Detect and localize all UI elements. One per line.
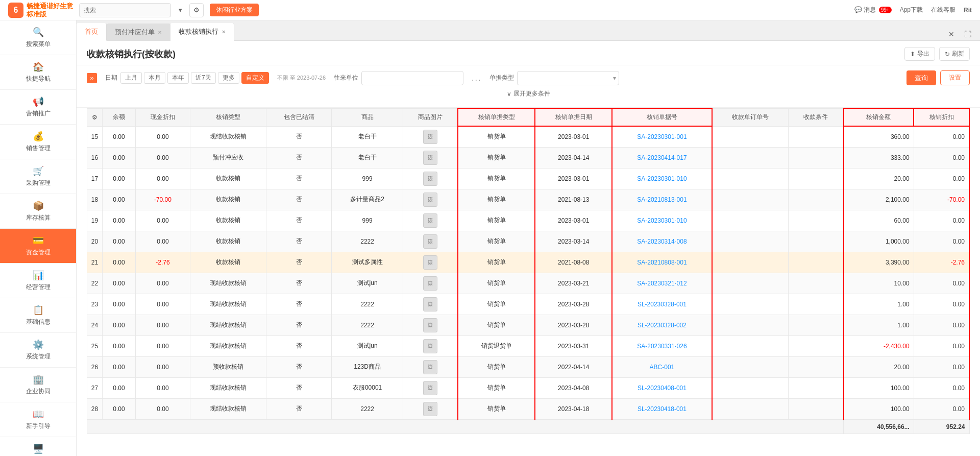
table-cell: 否 xyxy=(266,147,332,168)
tab-prepay-close[interactable]: ✕ xyxy=(158,30,162,35)
bill-no-link[interactable]: SA-20230414-017 xyxy=(637,154,687,161)
table-cell: 销货单 xyxy=(458,210,535,231)
th-order-no: 收款单订单号 xyxy=(712,108,789,126)
sidebar-item-guide[interactable]: 📖 新手引导 xyxy=(0,402,76,437)
table-cell[interactable]: SA-20210813-001 xyxy=(612,189,712,210)
sidebar-label-search: 搜索菜单 xyxy=(26,40,51,49)
date-this-month-btn[interactable]: 本月 xyxy=(144,72,165,84)
date-custom-btn[interactable]: 自定义 xyxy=(241,72,269,84)
sidebar-item-system[interactable]: ⚙️ 系统管理 xyxy=(0,333,76,368)
table-cell[interactable]: SA-20230301-010 xyxy=(612,168,712,189)
table-cell xyxy=(789,168,844,189)
search-input[interactable] xyxy=(79,3,171,17)
partner-input[interactable] xyxy=(361,71,463,85)
page-title: 收款核销执行(按收款) xyxy=(87,48,176,60)
app-download-link[interactable]: App下载 xyxy=(900,6,923,14)
bill-no-link[interactable]: SA-20230301-010 xyxy=(637,217,687,224)
table-cell: 100.00 xyxy=(844,398,914,420)
sidebar-item-hardware[interactable]: 🖥️ 智能硬件 xyxy=(0,437,76,456)
bill-no-link[interactable]: SA-20230301-010 xyxy=(637,175,687,182)
bill-no-link[interactable]: SA-20210808-001 xyxy=(637,259,687,266)
user-name[interactable]: Rit xyxy=(964,7,972,14)
date-last-month-btn[interactable]: 上月 xyxy=(120,72,142,84)
table-cell[interactable]: SA-20230414-017 xyxy=(612,147,712,168)
sidebar-item-finance[interactable]: 💳 资金管理 xyxy=(0,229,76,263)
table-cell: 多计量商品2 xyxy=(332,189,403,210)
table-cell: 28 xyxy=(87,398,103,420)
industry-solution-button[interactable]: 休闲行业方案 xyxy=(210,4,259,16)
table-cell[interactable]: SA-20210808-001 xyxy=(612,252,712,273)
sidebar-item-shortcut[interactable]: 🏠 快捷导航 xyxy=(0,55,76,90)
filter-collapse-btn[interactable]: » xyxy=(87,73,97,83)
expand-more-btn[interactable]: ∨ 展开更多条件 xyxy=(503,87,554,100)
sidebar-item-basic[interactable]: 📋 基础信息 xyxy=(0,298,76,333)
close-window-icon[interactable]: ✕ xyxy=(945,28,958,40)
table-cell[interactable]: SL-20230418-001 xyxy=(612,398,712,420)
table-area[interactable]: ⚙ 余额 现金折扣 核销类型 包含已结清 商品 商品图片 核销单据类型 核销单据… xyxy=(77,108,980,456)
message-area[interactable]: 💬 消息 99+ xyxy=(854,6,892,14)
settings-icon[interactable]: ⚙ xyxy=(189,3,204,17)
table-cell[interactable]: ABC-001 xyxy=(612,356,712,377)
purchase-icon: 🛒 xyxy=(33,165,44,177)
table-cell: 3,390.00 xyxy=(844,252,914,273)
date-more-btn[interactable]: 更多 xyxy=(218,72,239,84)
table-cell: 0.00 xyxy=(135,273,190,294)
table-cell: 否 xyxy=(266,294,332,315)
online-service-link[interactable]: 在线客服 xyxy=(931,6,955,14)
date-this-year-btn[interactable]: 本年 xyxy=(167,72,189,84)
bill-no-link[interactable]: SA-20210813-001 xyxy=(637,196,687,203)
table-row: 200.000.00收款核销否2222🖼销货单2023-03-14SA-2023… xyxy=(87,231,970,252)
table-cell[interactable]: SA-20230301-001 xyxy=(612,126,712,147)
bill-no-link[interactable]: SL-20230328-001 xyxy=(638,301,687,308)
table-cell[interactable]: SL-20230328-001 xyxy=(612,294,712,315)
bill-no-link[interactable]: SA-20230314-008 xyxy=(637,238,687,245)
table-cell: 999 xyxy=(332,168,403,189)
sidebar-item-sales[interactable]: 💰 销售管理 xyxy=(0,125,76,159)
table-cell[interactable]: SA-20230301-010 xyxy=(612,210,712,231)
sidebar-item-purchase[interactable]: 🛒 采购管理 xyxy=(0,159,76,194)
bill-no-link[interactable]: SA-20230321-012 xyxy=(637,280,687,287)
bill-no-link[interactable]: SA-20230331-026 xyxy=(637,343,687,350)
tab-writeoff-close[interactable]: ✕ xyxy=(222,29,226,35)
table-cell xyxy=(712,189,789,210)
table-cell[interactable]: SA-20230331-026 xyxy=(612,335,712,356)
query-button[interactable]: 查询 xyxy=(906,70,936,85)
table-cell[interactable]: SA-20230314-008 xyxy=(612,231,712,252)
top-bar-right: 💬 消息 99+ App下载 在线客服 Rit xyxy=(854,6,972,14)
tab-writeoff[interactable]: 收款核销执行 ✕ xyxy=(170,23,234,41)
sidebar-item-inventory[interactable]: 📦 库存核算 xyxy=(0,194,76,229)
table-cell[interactable]: SA-20230321-012 xyxy=(612,273,712,294)
th-settings[interactable]: ⚙ xyxy=(87,108,103,126)
table-cell: 0.00 xyxy=(914,398,969,420)
table-row: 260.000.00预收款核销否123D商品🖼销货单2022-04-14ABC-… xyxy=(87,356,970,377)
bill-no-link[interactable]: SL-20230408-001 xyxy=(638,385,687,392)
sidebar-item-marketing[interactable]: 📢 营销推广 xyxy=(0,90,76,125)
table-cell: 2021-08-08 xyxy=(535,252,612,273)
bill-no-link[interactable]: SL-20230418-001 xyxy=(638,405,687,413)
bill-no-link[interactable]: SL-20230328-002 xyxy=(638,322,687,329)
table-cell: 销货单 xyxy=(458,377,535,398)
footer-amount-total: 40,556,66... xyxy=(844,420,914,434)
export-button[interactable]: ⬆ 导出 xyxy=(904,47,935,61)
tab-prepay[interactable]: 预付冲应付单 ✕ xyxy=(107,23,170,41)
table-cell[interactable]: SL-20230328-002 xyxy=(612,315,712,335)
table-cell: 销货单 xyxy=(458,189,535,210)
filter-settings-button[interactable]: 设置 xyxy=(940,70,970,85)
bill-no-link[interactable]: SA-20230301-001 xyxy=(637,133,687,140)
date-7days-btn[interactable]: 近7天 xyxy=(191,72,216,84)
search-dropdown-icon[interactable]: ▾ xyxy=(174,4,186,16)
table-cell: 2021-08-13 xyxy=(535,189,612,210)
table-cell: 23 xyxy=(87,294,103,315)
sidebar-item-search[interactable]: 🔍 搜索菜单 xyxy=(0,20,76,55)
sidebar-item-operations[interactable]: 📊 经营管理 xyxy=(0,263,76,298)
table-cell: 收款核销 xyxy=(190,189,266,210)
receipt-type-select[interactable] xyxy=(517,71,619,85)
maximize-window-icon[interactable]: ⛶ xyxy=(962,28,974,40)
bill-no-link[interactable]: ABC-001 xyxy=(650,364,675,371)
table-cell[interactable]: SL-20230408-001 xyxy=(612,377,712,398)
tab-home[interactable]: 首页 xyxy=(77,23,107,41)
table-cell: 2022-04-14 xyxy=(535,356,612,377)
refresh-button[interactable]: ↻ 刷新 xyxy=(939,47,970,61)
table-cell: 25 xyxy=(87,335,103,356)
sidebar-item-enterprise[interactable]: 🏢 企业协同 xyxy=(0,368,76,402)
